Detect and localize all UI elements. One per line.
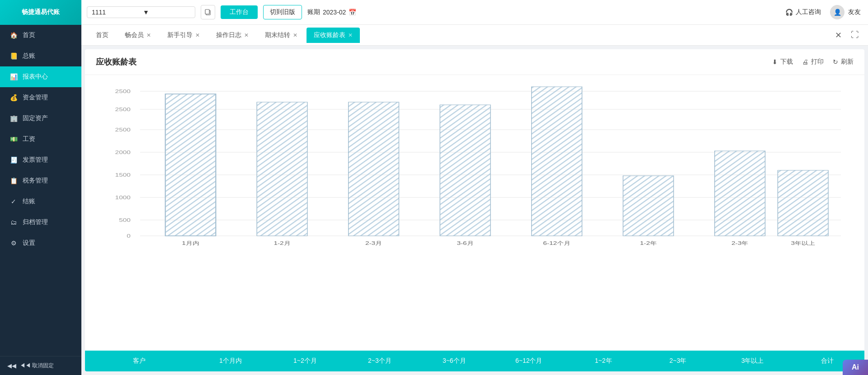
sidebar-item-ledger[interactable]: 📒 总账 xyxy=(0,46,81,66)
svg-text:3年以上: 3年以上 xyxy=(791,240,815,246)
svg-text:500: 500 xyxy=(119,217,131,223)
ledger-icon: 📒 xyxy=(9,52,18,60)
sidebar: 🏠 首页📒 总账📊 报表中心💰 资金管理🏢 固定资产💵 工资🧾 发票管理📋 税务… xyxy=(0,25,81,375)
chart-container: 2500 2500 2500 2000 1500 1000 500 xyxy=(85,75,864,351)
print-button[interactable]: 🖨 打印 xyxy=(802,58,824,66)
tab-close-oplog[interactable]: ✕ xyxy=(244,32,249,38)
tabs-actions: ✕ ⛶ xyxy=(833,28,861,42)
svg-text:2500: 2500 xyxy=(115,89,131,94)
sidebar-label-ledger: 总账 xyxy=(23,52,35,60)
tab-guide[interactable]: 新手引导✕ xyxy=(160,28,207,43)
sidebar-item-tax[interactable]: 📋 税务管理 xyxy=(0,170,81,191)
tab-aging[interactable]: 应收账龄表✕ xyxy=(307,28,360,43)
support-button[interactable]: 🎧 人工咨询 xyxy=(785,8,821,16)
svg-rect-20 xyxy=(165,94,216,236)
sidebar-label-settings: 设置 xyxy=(23,239,35,247)
svg-text:1-2年: 1-2年 xyxy=(640,240,657,246)
sidebar-item-assets[interactable]: 🏢 固定资产 xyxy=(0,108,81,129)
sidebar-item-funds[interactable]: 💰 资金管理 xyxy=(0,87,81,108)
sidebar-label-reports: 报表中心 xyxy=(23,73,48,81)
close-all-button[interactable]: ✕ xyxy=(833,28,844,42)
svg-rect-22 xyxy=(349,102,399,236)
content-area: 首页畅会员✕新手引导✕操作日志✕期末结转✕应收账龄表✕ ✕ ⛶ 应收账龄表 ⬇ … xyxy=(81,25,868,375)
tab-close-member[interactable]: ✕ xyxy=(146,32,151,38)
sidebar-label-invoice: 发票管理 xyxy=(23,156,48,164)
sidebar-label-salary: 工资 xyxy=(23,135,35,143)
tab-home[interactable]: 首页 xyxy=(89,28,116,43)
company-selector[interactable]: 1111 ▼ xyxy=(87,6,195,18)
tab-label-home: 首页 xyxy=(96,31,108,39)
header-right: 🎧 人工咨询 👤 友友 xyxy=(785,5,861,19)
print-label: 打印 xyxy=(811,58,824,66)
sidebar-label-archive: 归档管理 xyxy=(23,218,48,226)
sidebar-scroll: 🏠 首页📒 总账📊 报表中心💰 资金管理🏢 固定资产💵 工资🧾 发票管理📋 税务… xyxy=(0,25,81,356)
page-content: 应收账龄表 ⬇ 下载 🖨 打印 ↻ 刷新 xyxy=(85,49,864,371)
tab-label-guide: 新手引导 xyxy=(167,31,193,39)
sidebar-footer-label: ◀◀ 取消固定 xyxy=(20,362,54,370)
period-area: 账期 2023-02 📅 xyxy=(307,8,356,16)
table-col-2: 1~2个月 xyxy=(268,357,342,365)
table-col-0: 客户 xyxy=(85,357,193,365)
workbench-button[interactable]: 工作台 xyxy=(221,5,258,19)
invoice-icon: 🧾 xyxy=(9,156,18,164)
tab-close-aging[interactable]: ✕ xyxy=(348,32,353,38)
chevron-down-icon: ▼ xyxy=(143,9,190,16)
tabs-bar: 首页畅会员✕新手引导✕操作日志✕期末结转✕应收账龄表✕ ✕ ⛶ xyxy=(81,25,868,46)
switch-version-button[interactable]: 切到旧版 xyxy=(263,5,302,19)
bar-chart: 2500 2500 2500 2000 1500 1000 500 xyxy=(96,82,854,254)
sidebar-label-home: 首页 xyxy=(23,31,35,39)
user-area[interactable]: 👤 友友 xyxy=(830,5,861,19)
sidebar-item-settings[interactable]: ⚙ 设置 xyxy=(0,233,81,253)
table-col-8: 3年以上 xyxy=(715,357,790,365)
print-icon: 🖨 xyxy=(802,58,808,66)
logo-text: 畅捷通易代账 xyxy=(22,8,60,16)
refresh-label: 刷新 xyxy=(841,58,854,66)
pin-icon: ◀◀ xyxy=(7,362,16,369)
top-header: 畅捷通易代账 1111 ▼ 工作台 切到旧版 账期 2023-02 📅 🎧 人工… xyxy=(0,0,868,25)
refresh-button[interactable]: ↻ 刷新 xyxy=(833,58,854,66)
download-button[interactable]: ⬇ 下载 xyxy=(772,58,793,66)
calendar-icon[interactable]: 📅 xyxy=(349,9,356,16)
maximize-button[interactable]: ⛶ xyxy=(849,28,861,42)
sidebar-footer[interactable]: ◀◀ ◀◀ 取消固定 xyxy=(0,356,81,375)
copy-button[interactable] xyxy=(201,5,215,19)
user-name: 友友 xyxy=(848,8,861,16)
page-actions: ⬇ 下载 🖨 打印 ↻ 刷新 xyxy=(772,58,854,66)
tab-oplog[interactable]: 操作日志✕ xyxy=(209,28,256,43)
svg-text:1000: 1000 xyxy=(115,195,131,200)
sidebar-item-reports[interactable]: 📊 报表中心 xyxy=(0,66,81,87)
sidebar-item-archive[interactable]: 🗂 归档管理 xyxy=(0,212,81,233)
tab-label-oplog: 操作日志 xyxy=(216,31,241,39)
table-col-7: 2~3年 xyxy=(641,357,715,365)
svg-text:3-6月: 3-6月 xyxy=(457,240,473,246)
period-label: 账期 xyxy=(307,8,320,16)
company-name: 1111 xyxy=(92,9,139,16)
tab-member[interactable]: 畅会员✕ xyxy=(118,28,158,43)
table-col-3: 2~3个月 xyxy=(342,357,417,365)
sidebar-label-tax: 税务管理 xyxy=(23,177,48,185)
period-value: 2023-02 xyxy=(323,9,346,16)
reports-icon: 📊 xyxy=(9,73,18,81)
settle-icon: ✓ xyxy=(9,197,18,206)
sidebar-item-home[interactable]: 🏠 首页 xyxy=(0,25,81,46)
funds-icon: 💰 xyxy=(9,94,18,102)
sidebar-item-salary[interactable]: 💵 工资 xyxy=(0,129,81,150)
main-layout: 🏠 首页📒 总账📊 报表中心💰 资金管理🏢 固定资产💵 工资🧾 发票管理📋 税务… xyxy=(0,25,868,375)
sidebar-item-invoice[interactable]: 🧾 发票管理 xyxy=(0,150,81,170)
page-header: 应收账龄表 ⬇ 下载 🖨 打印 ↻ 刷新 xyxy=(85,49,864,75)
tab-label-member: 畅会员 xyxy=(125,31,144,39)
assets-icon: 🏢 xyxy=(9,114,18,122)
sidebar-item-settle[interactable]: ✓ 结账 xyxy=(0,191,81,212)
ai-badge[interactable]: Ai xyxy=(843,360,868,375)
tab-close-guide[interactable]: ✕ xyxy=(195,32,200,38)
svg-text:0: 0 xyxy=(127,233,131,239)
tab-period-end[interactable]: 期末结转✕ xyxy=(258,28,305,43)
table-col-5: 6~12个月 xyxy=(491,357,566,365)
sidebar-label-assets: 固定资产 xyxy=(23,114,48,122)
table-col-4: 3~6个月 xyxy=(417,357,491,365)
logo-area: 畅捷通易代账 xyxy=(0,0,81,25)
support-label: 人工咨询 xyxy=(796,8,821,16)
tab-close-period-end[interactable]: ✕ xyxy=(293,32,297,38)
refresh-icon: ↻ xyxy=(833,58,838,66)
svg-text:2-3月: 2-3月 xyxy=(365,240,382,246)
